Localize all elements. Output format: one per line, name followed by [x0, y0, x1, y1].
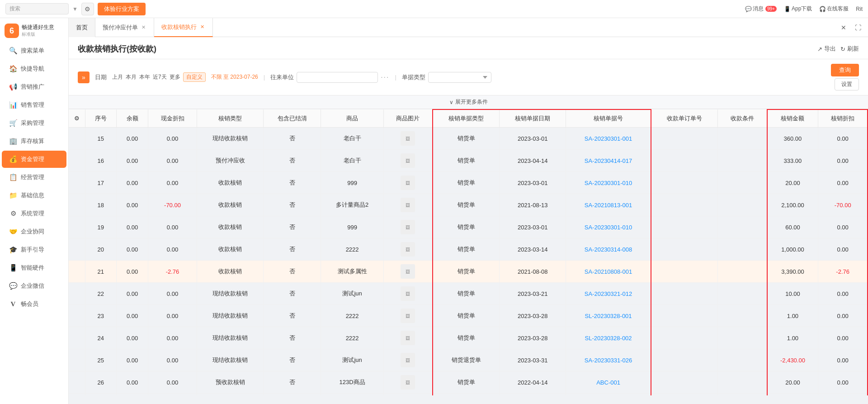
- date-more[interactable]: 更多: [170, 73, 180, 81]
- tab-collection-close[interactable]: ✕: [199, 24, 205, 30]
- seq-cell: 16: [85, 150, 117, 172]
- user-name[interactable]: Rit: [856, 6, 863, 12]
- gear-cell: [69, 394, 85, 396]
- col-header-seq: 序号: [85, 109, 117, 128]
- receipt-order-no-cell: [651, 194, 718, 216]
- include-settled-cell: 否: [263, 194, 321, 216]
- writeoff-doc-no-cell[interactable]: SA-20230301-010: [566, 216, 651, 238]
- writeoff-doc-no-cell[interactable]: SA-20230301-010: [566, 172, 651, 194]
- writeoff-doc-no-cell[interactable]: SA-20230414-017: [566, 150, 651, 172]
- writeoff-doc-no-cell[interactable]: ABC-001: [566, 371, 651, 394]
- writeoff-doc-no-cell[interactable]: SA-20210813-001: [566, 194, 651, 216]
- export-btn[interactable]: ↗ 导出: [817, 45, 836, 53]
- writeoff-doc-date-cell: 2023-03-21: [500, 283, 566, 305]
- filter-toggle-btn[interactable]: »: [78, 71, 90, 83]
- refresh-btn[interactable]: ↻ 刷新: [840, 45, 859, 53]
- balance-cell: 0.00: [117, 349, 148, 371]
- industry-btn[interactable]: 体验行业方案: [98, 3, 146, 15]
- tab-prepay[interactable]: 预付冲应付单 ✕: [95, 18, 154, 37]
- wechat-icon: 💬: [9, 282, 17, 290]
- writeoff-type-cell: 收款核销: [197, 172, 264, 194]
- goods-cell: 2222: [321, 305, 383, 327]
- table-scroll-area[interactable]: ⚙ 序号 余额 现金折扣 核销类型 包含已结清 商品 商品图片 核销单据类型 核…: [69, 109, 868, 395]
- sidebar-item-search-menu[interactable]: 🔍 搜索菜单: [2, 42, 66, 59]
- sidebar-item-finance[interactable]: 💰 资金管理: [2, 151, 66, 168]
- goods-cell: 2222: [321, 238, 383, 261]
- writeoff-doc-date-cell: 2023-04-08: [500, 394, 566, 396]
- goods-image-cell: 🖼: [383, 327, 433, 349]
- expand-label: 展开更多条件: [455, 98, 488, 106]
- sidebar-item-marketing[interactable]: 📢 营销推广: [2, 78, 66, 95]
- message-link[interactable]: 💬 消息 99+: [745, 5, 777, 13]
- table-gear-icon[interactable]: ⚙: [74, 115, 80, 122]
- balance-cell: 0.00: [117, 371, 148, 394]
- sidebar-label-basic-info: 基础信息: [21, 191, 44, 200]
- sidebar-item-vip[interactable]: V 畅会员: [2, 295, 66, 313]
- tab-home[interactable]: 首页: [69, 18, 95, 37]
- sidebar-item-enterprise[interactable]: 🤝 企业协同: [2, 223, 66, 240]
- writeoff-type-cell: 收款核销: [197, 216, 264, 238]
- sidebar-item-inventory[interactable]: 🏢 库存核算: [2, 133, 66, 150]
- writeoff-doc-no-cell[interactable]: SA-20210808-001: [566, 261, 651, 283]
- writeoff-doc-no-cell[interactable]: SA-20230314-008: [566, 238, 651, 261]
- from-unit-input[interactable]: [297, 72, 378, 83]
- sidebar-label-vip: 畅会员: [21, 300, 38, 308]
- sidebar-item-basic-info[interactable]: 📁 基础信息: [2, 187, 66, 204]
- from-unit-dots[interactable]: ···: [381, 73, 389, 81]
- setting-btn[interactable]: 设置: [835, 78, 859, 90]
- writeoff-amount-cell: 2,100.00: [767, 194, 818, 216]
- goods-image-cell: 🖼: [383, 261, 433, 283]
- goods-image-cell: 🖼: [383, 216, 433, 238]
- sidebar-item-quick-nav[interactable]: 🏠 快捷导航: [2, 60, 66, 77]
- writeoff-type-cell: 现结收款核销: [197, 283, 264, 305]
- tab-collection[interactable]: 收款核销执行 ✕: [154, 18, 213, 37]
- expand-bar-btn[interactable]: ∨ 展开更多条件: [449, 98, 488, 106]
- sidebar-label-wechat: 企业微信: [21, 282, 44, 290]
- sidebar-item-sales[interactable]: 📊 销售管理: [2, 96, 66, 114]
- receipt-order-no-cell: [651, 327, 718, 349]
- sidebar-item-purchase[interactable]: 🛒 采购管理: [2, 114, 66, 132]
- date-this-year[interactable]: 本年: [139, 73, 150, 81]
- cash-discount-cell: 0.00: [148, 349, 197, 371]
- table-row: 20 0.00 0.00 收款核销 否 2222 🖼 销货单 2023-03-1…: [69, 238, 868, 261]
- sidebar-item-smart-hw[interactable]: 📱 智能硬件: [2, 259, 66, 276]
- receipt-condition-cell: [718, 305, 767, 327]
- filter-separator-1: |: [264, 74, 265, 81]
- writeoff-doc-no-cell[interactable]: SL-20230328-001: [566, 305, 651, 327]
- writeoff-amount-cell: 1.00: [767, 327, 818, 349]
- writeoff-amount-cell: 360.00: [767, 128, 818, 150]
- date-last-month[interactable]: 上月: [112, 73, 123, 81]
- app-download-link[interactable]: 📱 App下载: [784, 5, 812, 13]
- sidebar-item-system[interactable]: ⚙ 系统管理: [2, 205, 66, 222]
- tab-prepay-close[interactable]: ✕: [141, 24, 146, 31]
- gear-icon[interactable]: ⚙: [81, 3, 94, 15]
- sidebar-item-wechat[interactable]: 💬 企业微信: [2, 277, 66, 295]
- topbar: 搜索 ▼ ⚙ 体验行业方案 💬 消息 99+ 📱 App下载 🎧 在线客服 Ri…: [0, 0, 868, 18]
- close-all-icon[interactable]: ✕: [837, 21, 850, 34]
- date-this-month[interactable]: 本月: [126, 73, 137, 81]
- vip-icon: V: [9, 300, 17, 308]
- expand-tabs-icon[interactable]: ⛶: [852, 21, 864, 34]
- writeoff-doc-no-cell[interactable]: SA-20230301-001: [566, 128, 651, 150]
- cash-discount-cell: 0.00: [148, 172, 197, 194]
- date-7days[interactable]: 近7天: [153, 73, 167, 81]
- writeoff-doc-no-cell[interactable]: SA-20230331-026: [566, 349, 651, 371]
- sidebar-item-management[interactable]: 📋 经营管理: [2, 169, 66, 186]
- query-btn[interactable]: 查询: [831, 64, 859, 76]
- writeoff-amount-cell: -2,430.00: [767, 349, 818, 371]
- topbar-search-input[interactable]: 搜索: [5, 3, 69, 14]
- writeoff-doc-no-cell[interactable]: SA-20230321-012: [566, 283, 651, 305]
- search-icon: 🔍: [9, 47, 17, 55]
- goods-cell: 999: [321, 216, 383, 238]
- enterprise-icon: 🤝: [9, 228, 17, 236]
- sidebar-item-newbie[interactable]: 🎓 新手引导: [2, 241, 66, 258]
- writeoff-doc-no-cell[interactable]: SL-20230408-001: [566, 394, 651, 396]
- doc-type-select[interactable]: [428, 72, 491, 83]
- date-custom-tag[interactable]: 自定义: [183, 72, 206, 82]
- writeoff-doc-type-cell: 销货单: [433, 283, 500, 305]
- writeoff-doc-no-cell[interactable]: SL-20230328-002: [566, 327, 651, 349]
- include-settled-cell: 否: [263, 327, 321, 349]
- online-service-link[interactable]: 🎧 在线客服: [819, 5, 849, 13]
- writeoff-doc-date-cell: 2023-03-14: [500, 238, 566, 261]
- col-header-gear[interactable]: ⚙: [69, 109, 85, 128]
